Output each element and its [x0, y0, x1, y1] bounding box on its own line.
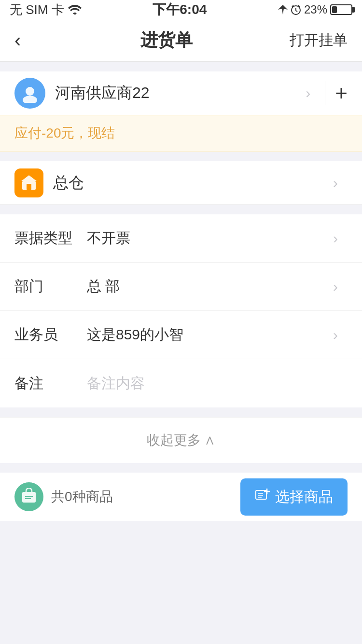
department-chevron-icon: › [333, 279, 338, 295]
battery-icon [330, 4, 352, 15]
invoice-type-value: 不开票 [82, 228, 333, 248]
svg-rect-7 [27, 184, 31, 190]
form-section: 票据类型 不开票 › 部门 总 部 › 业务员 这是859的小智 › 备注 备注… [0, 214, 362, 407]
warehouse-icon [14, 168, 43, 197]
back-button[interactable]: ‹ [14, 29, 43, 51]
add-supplier-button[interactable]: + [335, 83, 348, 104]
supplier-avatar [14, 78, 45, 109]
notice-text: 应付-20元，现结 [14, 126, 115, 140]
salesperson-row[interactable]: 业务员 这是859的小智 › [0, 311, 362, 359]
status-right: 23% [278, 3, 352, 16]
svg-rect-8 [22, 492, 36, 503]
invoice-type-label: 票据类型 [14, 228, 82, 248]
invoice-type-row[interactable]: 票据类型 不开票 › [0, 214, 362, 263]
product-icon [14, 482, 43, 511]
status-time: 下午6:04 [153, 0, 207, 19]
salesperson-label: 业务员 [14, 325, 82, 345]
divider [325, 81, 325, 105]
gap-2 [0, 152, 362, 161]
invoice-type-chevron-icon: › [333, 230, 338, 247]
department-value: 总 部 [82, 277, 333, 296]
page-title: 进货单 [140, 28, 193, 52]
status-bar: 无 SIM 卡 下午6:04 23% [0, 0, 362, 19]
supplier-row[interactable]: 河南供应商22 › + [0, 71, 362, 115]
product-count-section: 共0种商品 [14, 482, 113, 511]
warehouse-section: 总仓 › [0, 161, 362, 205]
salesperson-value: 这是859的小智 [82, 325, 333, 345]
product-count-text: 共0种商品 [51, 488, 113, 506]
warehouse-row[interactable]: 总仓 › [0, 161, 362, 205]
warehouse-chevron-icon: › [333, 175, 338, 191]
salesperson-chevron-icon: › [333, 327, 338, 343]
signal-text: 无 SIM 卡 [10, 1, 64, 18]
open-pending-button[interactable]: 打开挂单 [290, 30, 348, 50]
page-background [0, 521, 362, 644]
wifi-icon [68, 5, 82, 14]
bottom-bar: 共0种商品 选择商品 [0, 473, 362, 521]
status-left: 无 SIM 卡 [10, 1, 82, 18]
select-product-icon [255, 488, 270, 506]
collapse-label: 收起更多 ∧ [147, 433, 216, 448]
remark-label: 备注 [14, 374, 82, 393]
location-icon [278, 5, 288, 14]
supplier-name: 河南供应商22 [55, 83, 306, 104]
select-product-button[interactable]: 选择商品 [240, 478, 348, 516]
department-label: 部门 [14, 277, 82, 296]
supplier-chevron-icon: › [306, 85, 310, 101]
gap-1 [0, 62, 362, 71]
battery-percent: 23% [304, 3, 327, 16]
notice-bar: 应付-20元，现结 [0, 115, 362, 152]
nav-bar: ‹ 进货单 打开挂单 [0, 19, 362, 62]
department-row[interactable]: 部门 总 部 › [0, 263, 362, 311]
remark-row[interactable]: 备注 备注内容 [0, 359, 362, 407]
svg-point-4 [23, 96, 37, 103]
remark-input[interactable]: 备注内容 [82, 374, 348, 393]
collapse-button[interactable]: 收起更多 ∧ [0, 417, 362, 463]
warehouse-name: 总仓 [53, 172, 333, 194]
supplier-section: 河南供应商22 › + 应付-20元，现结 [0, 71, 362, 152]
svg-line-2 [296, 11, 297, 12]
svg-point-3 [26, 87, 34, 96]
select-product-label: 选择商品 [275, 487, 333, 507]
svg-marker-6 [21, 175, 37, 181]
alarm-icon [291, 4, 301, 15]
